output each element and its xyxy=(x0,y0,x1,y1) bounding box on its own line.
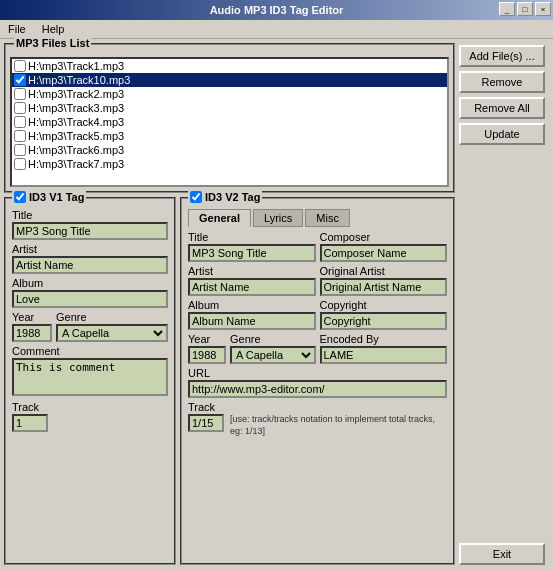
id3v2-composer-label: Composer xyxy=(320,231,448,243)
id3v2-album-label: Album xyxy=(188,299,316,311)
id3v2-label: ID3 V2 Tag xyxy=(205,191,260,203)
file-checkbox-1[interactable] xyxy=(14,60,26,72)
id3v2-year-row: Year Genre A Capella Blues Pop Rock xyxy=(188,333,447,364)
tab-misc[interactable]: Misc xyxy=(305,209,350,227)
id3v1-year-genre-row: Year Genre A Capella Blues Classic Rock … xyxy=(12,311,168,342)
id3v2-composer-input[interactable] xyxy=(320,244,448,262)
id3v2-artist-col: Artist xyxy=(188,265,316,296)
file-item[interactable]: H:\mp3\Track5.mp3 xyxy=(12,129,447,143)
id3v1-year-input[interactable] xyxy=(12,324,52,342)
id3v2-title-label: Title xyxy=(188,231,316,243)
id3v2-copyright-label: Copyright xyxy=(320,299,448,311)
id3v2-orig-artist-label: Original Artist xyxy=(320,265,448,277)
id3v2-artist-row: Artist Original Artist xyxy=(188,265,447,296)
id3v2-tabs: General Lyrics Misc xyxy=(188,209,447,227)
file-checkbox-3[interactable] xyxy=(14,88,26,100)
mp3-list-label: MP3 Files List xyxy=(14,37,91,49)
id3v1-comment-input[interactable]: This is comment xyxy=(12,358,168,396)
close-button[interactable]: × xyxy=(535,2,551,16)
id3v2-url-label: URL xyxy=(188,367,447,379)
id3v2-panel-title: ID3 V2 Tag xyxy=(188,191,262,203)
id3v2-track-label: Track xyxy=(188,401,447,413)
id3v2-url-row: URL xyxy=(188,367,447,398)
id3v2-copyright-input[interactable] xyxy=(320,312,448,330)
exit-button[interactable]: Exit xyxy=(459,543,545,565)
file-checkbox-8[interactable] xyxy=(14,158,26,170)
file-checkbox-7[interactable] xyxy=(14,144,26,156)
right-panel: Add File(s) ... Remove Remove All Update… xyxy=(459,43,549,565)
id3v1-album-input[interactable] xyxy=(12,290,168,308)
tab-general[interactable]: General xyxy=(188,209,251,227)
file-checkbox-6[interactable] xyxy=(14,130,26,142)
file-item[interactable]: H:\mp3\Track3.mp3 xyxy=(12,101,447,115)
id3v2-composer-col: Composer xyxy=(320,231,448,262)
file-item[interactable]: H:\mp3\Track2.mp3 xyxy=(12,87,447,101)
add-files-button[interactable]: Add File(s) ... xyxy=(459,45,545,67)
id3v2-orig-artist-input[interactable] xyxy=(320,278,448,296)
minimize-button[interactable]: _ xyxy=(499,2,515,16)
id3v2-album-row: Album Copyright xyxy=(188,299,447,330)
id3v2-genre-wrap: Genre A Capella Blues Pop Rock xyxy=(230,333,316,364)
main-layout: MP3 Files List H:\mp3\Track1.mp3 H:\mp3\… xyxy=(0,39,553,569)
id3v2-copyright-col: Copyright xyxy=(320,299,448,330)
file-checkbox-2[interactable] xyxy=(14,74,26,86)
id3v1-track-input[interactable] xyxy=(12,414,48,432)
id3v2-track-hint: [use: track/tracks notation to implement… xyxy=(230,414,447,437)
id3v1-genre-label: Genre xyxy=(56,311,168,323)
id3v2-genre-select[interactable]: A Capella Blues Pop Rock xyxy=(230,346,316,364)
id3v1-genre-col: Genre A Capella Blues Classic Rock Count… xyxy=(56,311,168,342)
id3v1-year-col: Year xyxy=(12,311,52,342)
file-checkbox-4[interactable] xyxy=(14,102,26,114)
remove-all-button[interactable]: Remove All xyxy=(459,97,545,119)
id3v1-checkbox[interactable] xyxy=(14,191,26,203)
id3v2-year-input[interactable] xyxy=(188,346,226,364)
id3v1-label: ID3 V1 Tag xyxy=(29,191,84,203)
id3v2-track-input[interactable] xyxy=(188,414,224,432)
file-item[interactable]: H:\mp3\Track6.mp3 xyxy=(12,143,447,157)
id3v2-artist-label: Artist xyxy=(188,265,316,277)
id3v1-year-label: Year xyxy=(12,311,52,323)
maximize-button[interactable]: □ xyxy=(517,2,533,16)
id3v2-track-row: Track [use: track/tracks notation to imp… xyxy=(188,401,447,437)
id3v2-track-hint-row: [use: track/tracks notation to implement… xyxy=(188,414,447,437)
id3v2-artist-input[interactable] xyxy=(188,278,316,296)
id3v2-encoded-label: Encoded By xyxy=(320,333,448,345)
id3v1-title-input[interactable] xyxy=(12,222,168,240)
file-checkbox-5[interactable] xyxy=(14,116,26,128)
id3v2-url-input[interactable] xyxy=(188,380,447,398)
tags-area: ID3 V1 Tag Title Artist Album Year Genre xyxy=(4,197,455,565)
id3v2-panel: ID3 V2 Tag General Lyrics Misc Title xyxy=(180,197,455,565)
id3v2-year-wrap: Year xyxy=(188,333,226,364)
id3v2-title-col: Title xyxy=(188,231,316,262)
mp3-files-group: MP3 Files List H:\mp3\Track1.mp3 H:\mp3\… xyxy=(4,43,455,193)
file-item[interactable]: H:\mp3\Track4.mp3 xyxy=(12,115,447,129)
id3v1-title-label: Title xyxy=(12,209,168,221)
id3v2-album-input[interactable] xyxy=(188,312,316,330)
id3v2-encoded-col: Encoded By xyxy=(320,333,448,364)
file-list[interactable]: H:\mp3\Track1.mp3 H:\mp3\Track10.mp3 H:\… xyxy=(10,57,449,187)
file-item[interactable]: H:\mp3\Track1.mp3 xyxy=(12,59,447,73)
id3v2-orig-artist-col: Original Artist xyxy=(320,265,448,296)
update-button[interactable]: Update xyxy=(459,123,545,145)
id3v2-genre-label: Genre xyxy=(230,333,316,345)
id3v2-encoded-input[interactable] xyxy=(320,346,448,364)
id3v1-genre-select[interactable]: A Capella Blues Classic Rock Country Pop… xyxy=(56,324,168,342)
file-item-selected[interactable]: H:\mp3\Track10.mp3 xyxy=(12,73,447,87)
menu-file[interactable]: File xyxy=(4,22,30,36)
id3v2-checkbox[interactable] xyxy=(190,191,202,203)
id3v2-title-input[interactable] xyxy=(188,244,316,262)
title-bar: Audio MP3 ID3 Tag Editor _ □ × xyxy=(0,0,553,20)
id3v1-comment-label: Comment xyxy=(12,345,168,357)
id3v1-artist-input[interactable] xyxy=(12,256,168,274)
tab-lyrics[interactable]: Lyrics xyxy=(253,209,303,227)
app-title: Audio MP3 ID3 Tag Editor xyxy=(210,4,344,16)
menu-help[interactable]: Help xyxy=(38,22,69,36)
id3v1-panel: ID3 V1 Tag Title Artist Album Year Genre xyxy=(4,197,176,565)
id3v2-general-content: Title Composer Artist xyxy=(188,231,447,437)
remove-button[interactable]: Remove xyxy=(459,71,545,93)
id3v2-year-label: Year xyxy=(188,333,226,345)
id3v1-panel-title: ID3 V1 Tag xyxy=(12,191,86,203)
id3v2-year-genre-col: Year Genre A Capella Blues Pop Rock xyxy=(188,333,316,364)
left-panel: MP3 Files List H:\mp3\Track1.mp3 H:\mp3\… xyxy=(4,43,455,565)
file-item[interactable]: H:\mp3\Track7.mp3 xyxy=(12,157,447,171)
